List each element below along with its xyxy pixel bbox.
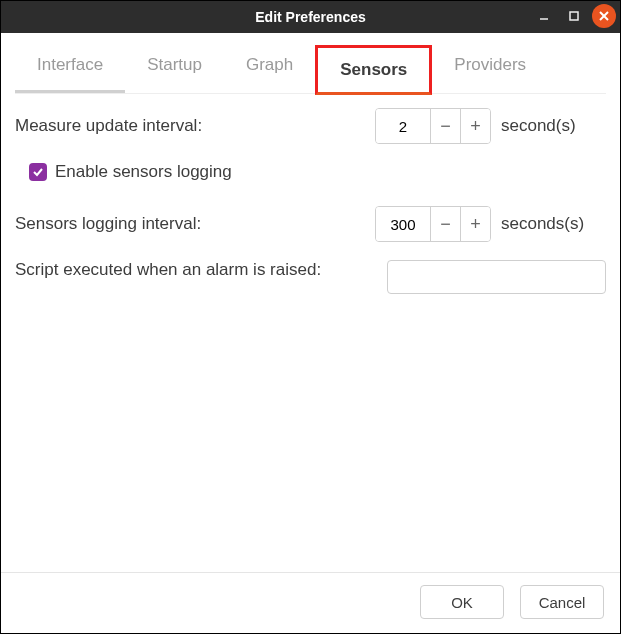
- tabs: Interface Startup Graph Sensors Provider…: [15, 43, 606, 94]
- svg-rect-1: [570, 12, 578, 20]
- measure-interval-unit: second(s): [501, 116, 576, 136]
- tab-providers[interactable]: Providers: [432, 43, 548, 93]
- logging-interval-row: Sensors logging interval: − + seconds(s): [15, 206, 606, 242]
- ok-button[interactable]: OK: [420, 585, 504, 619]
- logging-interval-unit: seconds(s): [501, 214, 584, 234]
- measure-decrease-button[interactable]: −: [430, 109, 460, 143]
- enable-logging-label: Enable sensors logging: [55, 162, 232, 182]
- minimize-button[interactable]: [532, 4, 556, 28]
- alarm-script-input[interactable]: [387, 260, 606, 294]
- preferences-window: Edit Preferences Interface Startup Graph…: [0, 0, 621, 634]
- maximize-icon: [568, 10, 580, 22]
- logging-decrease-button[interactable]: −: [430, 207, 460, 241]
- alarm-script-row: Script executed when an alarm is raised:: [15, 260, 606, 294]
- enable-logging-row: Enable sensors logging: [29, 162, 606, 182]
- close-icon: [598, 10, 610, 22]
- minimize-icon: [538, 10, 550, 22]
- maximize-button[interactable]: [562, 4, 586, 28]
- logging-interval-label: Sensors logging interval:: [15, 214, 375, 234]
- tab-sensors[interactable]: Sensors: [315, 45, 432, 95]
- measure-interval-input[interactable]: [376, 109, 430, 143]
- enable-logging-checkbox[interactable]: [29, 163, 47, 181]
- logging-interval-input[interactable]: [376, 207, 430, 241]
- tab-startup[interactable]: Startup: [125, 43, 224, 93]
- close-button[interactable]: [592, 4, 616, 28]
- window-title: Edit Preferences: [1, 9, 620, 25]
- logging-increase-button[interactable]: +: [460, 207, 490, 241]
- cancel-button[interactable]: Cancel: [520, 585, 604, 619]
- tab-interface[interactable]: Interface: [15, 43, 125, 93]
- content-spacer: [15, 312, 606, 572]
- measure-interval-row: Measure update interval: − + second(s): [15, 108, 606, 144]
- measure-increase-button[interactable]: +: [460, 109, 490, 143]
- alarm-script-label: Script executed when an alarm is raised:: [15, 260, 387, 280]
- logging-interval-stepper: − +: [375, 206, 491, 242]
- check-icon: [32, 166, 44, 178]
- tab-graph[interactable]: Graph: [224, 43, 315, 93]
- measure-interval-label: Measure update interval:: [15, 116, 375, 136]
- titlebar: Edit Preferences: [1, 1, 620, 33]
- sensors-form: Measure update interval: − + second(s) E…: [9, 94, 612, 572]
- content: Interface Startup Graph Sensors Provider…: [1, 33, 620, 572]
- window-controls: [532, 4, 616, 28]
- measure-interval-stepper: − +: [375, 108, 491, 144]
- dialog-footer: OK Cancel: [1, 572, 620, 633]
